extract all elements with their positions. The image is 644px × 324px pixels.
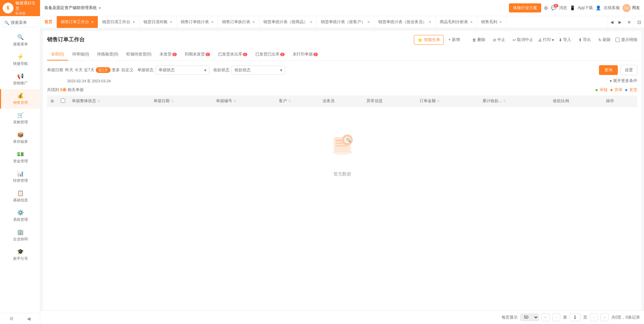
search-icon: 🔍 [17, 34, 24, 40]
sidebar-item-quick-nav[interactable]: ⚡ 快捷导航 [0, 50, 40, 70]
tab-sales-exec[interactable]: 销售订单执行表✕ [218, 16, 259, 28]
per-page-select[interactable]: 102050100 [520, 314, 539, 321]
tab-sales-stat[interactable]: 销售订单统计表✕ [177, 16, 218, 28]
cancel-review-action-link[interactable]: 弃审 [610, 87, 622, 93]
expand-conditions-button[interactable]: ▾ 展开更多条件 [610, 78, 637, 84]
online-service-button[interactable]: 👤 [596, 5, 601, 10]
sort-icon[interactable]: ⇅ [503, 99, 506, 103]
subtab-pending-review[interactable]: 待审核(0) [68, 49, 93, 60]
last-page-button[interactable]: » [601, 313, 609, 321]
review-action-link[interactable]: 审核 [596, 87, 608, 93]
expand-tabs-button[interactable]: ⊡ [634, 16, 644, 28]
show-detail-checkbox[interactable] [615, 38, 620, 42]
sidebar-item-operation[interactable]: 📊 经营管理 [0, 167, 40, 187]
more-link[interactable]: 更多 [112, 67, 120, 73]
message-button[interactable]: 💬 6 [551, 5, 556, 10]
close-tab-icon[interactable]: ✕ [132, 20, 135, 24]
close-tab-icon[interactable]: ✕ [470, 20, 473, 24]
tab-sales-profit[interactable]: 销售毛利✕ [477, 16, 506, 28]
subtab-not-shipped[interactable]: 未发货0 [156, 49, 181, 60]
tab-cash-reconcile[interactable]: 钱货日清对账✕ [139, 16, 177, 28]
sidebar-item-finance[interactable]: 💵 资金管理 [0, 148, 40, 167]
first-page-button[interactable]: « [542, 313, 550, 321]
delete-button[interactable]: 🗑 删除 [470, 36, 488, 44]
show-detail-toggle[interactable]: 显示明细 [615, 37, 637, 43]
page-input[interactable] [570, 313, 581, 321]
subtab-wangpu-pending[interactable]: 旺铺待发货(0) [122, 49, 156, 60]
sidebar-item-company[interactable]: 🏢 企业协同 [0, 226, 40, 245]
tab-sales-stat-salesman[interactable]: 销货单统计表（按业务员）✕ [374, 16, 436, 28]
tab-sales-stat-customer[interactable]: 销货单统计表（按客户）✕ [317, 16, 374, 28]
tab-sales-stat-product[interactable]: 销货单统计表（按商品）✕ [259, 16, 317, 28]
close-tab-icon[interactable]: ✕ [252, 20, 255, 24]
tab-product-margin[interactable]: 商品毛利分析表✕ [436, 16, 477, 28]
close-tab-icon[interactable]: ✕ [499, 20, 502, 24]
subtab-all[interactable]: 全部(0) [47, 49, 68, 60]
sidebar-item-guide[interactable]: 🎓 新手引导 [0, 245, 40, 265]
tab-sales-order[interactable]: 销售订单工作台✕ [57, 16, 98, 28]
smart-create-button[interactable]: ⭐ 智能生单 [414, 35, 444, 45]
today-link[interactable]: 今天 [75, 67, 83, 73]
industry-solution-button[interactable]: 体验行业方案 [509, 3, 541, 12]
set-button[interactable]: 设置 [620, 65, 637, 75]
settings-button[interactable]: ⚙ [9, 316, 14, 321]
sidebar-item-system[interactable]: ⚙️ 系统管理 [0, 206, 40, 226]
app-download-button[interactable]: 📱 [570, 5, 575, 10]
yesterday-link[interactable]: 昨天 [65, 67, 73, 73]
close-tab-icon[interactable]: ✕ [91, 20, 94, 24]
user-menu[interactable]: Ea 用友 [622, 4, 640, 12]
subtab-shipped-out[interactable]: 已发货已出库0 [251, 49, 289, 60]
custom-link[interactable]: 自定义 [121, 67, 133, 73]
select-arrow-icon: ▾ [280, 68, 282, 73]
next-page-button[interactable]: › [590, 313, 598, 321]
sidebar-item-search[interactable]: 🔍 搜索菜单 [0, 31, 40, 50]
search-menu-button[interactable]: 🔍 搜索菜单 [2, 18, 38, 27]
sort-icon[interactable]: ⇅ [233, 99, 236, 103]
topbar-gear-icon[interactable]: ⚙ [544, 5, 548, 11]
stop-button[interactable]: ⊘ 中止 [490, 36, 508, 44]
export-button[interactable]: ⬆ 导出 [576, 36, 594, 44]
col-number-header: 单据编号 ⇅ [213, 95, 275, 107]
badge-count: 0 [280, 53, 285, 56]
status-select[interactable]: 单据状态 ▾ [156, 66, 209, 75]
close-all-tabs-button[interactable]: ✕ [624, 16, 634, 28]
query-button[interactable]: 查询 [599, 65, 618, 75]
cancel-stop-button[interactable]: ↩ 取消中止 [510, 36, 536, 44]
close-tab-icon[interactable]: ✕ [429, 20, 431, 24]
tab-home[interactable]: 首页 [40, 16, 57, 28]
tabbar-next-icon[interactable]: ▶ [616, 16, 624, 28]
sort-icon[interactable]: ⇅ [97, 99, 100, 103]
prev-page-button[interactable]: ‹ [552, 313, 560, 321]
tab-cash-daily[interactable]: 钱货日清工作台✕ [98, 16, 139, 28]
refresh-button[interactable]: ↻ 刷新 [596, 36, 613, 44]
subtab-shipped-not-out[interactable]: 已发货未出库0 [214, 49, 251, 60]
last-month-link[interactable]: 近1月 [96, 67, 111, 73]
subtab-overdue-not-shipped[interactable]: 到期未发货0 [181, 49, 214, 60]
horizontal-scrollbar[interactable] [47, 200, 637, 205]
gear-icon[interactable]: ⚙ [50, 99, 54, 104]
print-button[interactable]: 🖨 打印 ▾ [538, 37, 554, 43]
guide-icon: 🎓 [17, 248, 24, 255]
close-tab-icon[interactable]: ✕ [367, 20, 370, 24]
collapse-button[interactable]: ◀ [27, 316, 31, 321]
subtab-pending-check[interactable]: 待拣验货(0) [93, 49, 122, 60]
add-button[interactable]: + 新增 [446, 36, 463, 44]
tabbar-prev-icon[interactable]: ◀ [608, 16, 616, 28]
sidebar-item-inventory[interactable]: 📦 库存核算 [0, 128, 40, 148]
last7-link[interactable]: 近7天 [84, 67, 94, 73]
sort-icon[interactable]: ⇅ [437, 99, 440, 103]
sidebar-item-basic[interactable]: 📋 基础信息 [0, 187, 40, 206]
payment-select[interactable]: 收款状态 ▾ [231, 66, 285, 75]
sidebar-item-sales[interactable]: 💰 销售管理 [0, 89, 40, 109]
sort-icon[interactable]: ⇅ [288, 99, 291, 103]
subtab-not-printed[interactable]: 未打印单据0 [289, 49, 322, 60]
sort-icon[interactable]: ⇅ [171, 99, 174, 103]
sidebar-item-marketing[interactable]: 📢 营销推广 [0, 70, 40, 89]
ship-action-link[interactable]: 发货 [625, 87, 637, 93]
select-all-checkbox[interactable] [61, 98, 65, 103]
import-button[interactable]: ⬇ 导入 [556, 36, 574, 44]
sidebar-item-purchase[interactable]: 🛒 采购管理 [0, 109, 40, 128]
close-tab-icon[interactable]: ✕ [211, 20, 214, 24]
close-tab-icon[interactable]: ✕ [170, 20, 172, 24]
close-tab-icon[interactable]: ✕ [310, 20, 312, 24]
